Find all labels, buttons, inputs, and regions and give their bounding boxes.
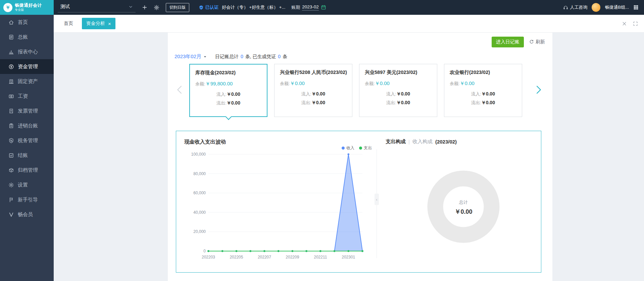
member-icon bbox=[8, 212, 14, 217]
closing-icon bbox=[8, 153, 14, 158]
username[interactable]: 畅捷通B组... bbox=[605, 4, 629, 10]
account-balance: 余额:￥99,800.00 bbox=[195, 81, 261, 87]
outflow-label: 流出: bbox=[301, 100, 311, 105]
ledger-icon bbox=[8, 34, 14, 40]
sidebar-item-invoice[interactable]: 发票管理 bbox=[0, 104, 54, 118]
outflow-value: ￥0.00 bbox=[311, 100, 325, 105]
svg-text:202207: 202207 bbox=[258, 255, 271, 259]
certified-badge[interactable]: 已认证 bbox=[199, 4, 218, 10]
guide-icon bbox=[8, 197, 14, 203]
calendar-icon[interactable] bbox=[321, 5, 326, 10]
account-set-value: 测试 bbox=[60, 4, 70, 10]
topbar-right: 人工咨询 畅捷通B组... bbox=[563, 3, 644, 12]
tab-fund-analysis[interactable]: 资金分析 × bbox=[82, 18, 115, 29]
refresh-label: 刷新 bbox=[536, 39, 545, 45]
expense-dot-icon bbox=[359, 147, 362, 150]
journal-total-count: 0 bbox=[240, 54, 244, 59]
sidebar-item-label: 设置 bbox=[18, 182, 28, 188]
logo-text: 畅捷通好会计 专业版 bbox=[15, 3, 42, 11]
income-composition-tab[interactable]: 收入构成 bbox=[412, 138, 433, 145]
avatar[interactable] bbox=[592, 3, 600, 12]
shield-check-icon bbox=[199, 5, 204, 10]
fullscreen-icon[interactable] bbox=[633, 21, 638, 26]
sidebar-item-settings[interactable]: 设置 bbox=[0, 177, 54, 192]
enter-journal-button[interactable]: 进入日记账 bbox=[492, 37, 524, 47]
sidebar-item-label: 首页 bbox=[18, 19, 28, 26]
income-dot-icon bbox=[342, 147, 345, 150]
outflow-label: 流出: bbox=[386, 100, 396, 105]
inflow-value: ￥0.00 bbox=[227, 91, 240, 97]
account-outflow: 流出:￥0.00 bbox=[195, 100, 261, 106]
month-selector[interactable]: 2023年02月 bbox=[175, 53, 207, 60]
journal-total-label: 日记账总计 bbox=[215, 54, 239, 59]
sidebar-item-member[interactable]: 畅会员 bbox=[0, 207, 54, 222]
fund-analysis-panel: 进入日记账 刷新 2023年02月 日记账总计 0 条, 已生成凭证 0 条 库… bbox=[168, 33, 552, 281]
sidebar-item-label: 工资 bbox=[18, 93, 28, 99]
invoice-icon bbox=[8, 108, 14, 114]
legend-income-label: 收入 bbox=[346, 145, 354, 151]
svg-text:100,000: 100,000 bbox=[191, 152, 206, 157]
accounting-period[interactable]: 账期 2023-02 bbox=[291, 4, 326, 10]
apps-grid-icon[interactable] bbox=[633, 5, 639, 10]
account-set-select[interactable]: 测试 bbox=[58, 2, 136, 12]
refresh-icon bbox=[529, 40, 534, 44]
period-value[interactable]: 2023-02 bbox=[302, 4, 319, 10]
switch-version-button[interactable]: 切到日版 bbox=[166, 3, 189, 12]
tax-icon bbox=[8, 138, 14, 144]
legend-expense[interactable]: 支出 bbox=[359, 145, 372, 151]
sidebar-item-ledger[interactable]: 总账 bbox=[0, 30, 54, 44]
chevron-down-icon bbox=[129, 5, 133, 9]
expense-composition-tab[interactable]: 支出构成 bbox=[386, 138, 406, 145]
refresh-button[interactable]: 刷新 bbox=[529, 39, 545, 45]
package-info: 好会计（专） +好生意（标） +... bbox=[222, 4, 285, 10]
account-card[interactable]: 兴业银行5208 人民币(2023/02) 余额:￥0.00 流入:￥0.00 … bbox=[274, 64, 352, 117]
balance-label: 余额: bbox=[195, 81, 205, 86]
sidebar-item-label: 结账 bbox=[18, 152, 28, 159]
support-link[interactable]: 人工咨询 bbox=[563, 4, 587, 10]
svg-text:80,000: 80,000 bbox=[193, 171, 206, 176]
app-logo[interactable]: ￥ 畅捷通好会计 专业版 bbox=[0, 0, 54, 15]
balance-value: ￥0.00 bbox=[290, 80, 305, 86]
carousel-next-icon[interactable] bbox=[534, 83, 544, 96]
sidebar-item-inventory[interactable]: 进销台账 bbox=[0, 118, 54, 133]
sidebar-item-closing[interactable]: 结账 bbox=[0, 148, 54, 163]
balance-label: 余额: bbox=[365, 81, 375, 86]
flow-chart-section: 现金收入支出波动 收入 支出 100,00080,00060,00040,000… bbox=[176, 131, 377, 272]
svg-text:202205: 202205 bbox=[230, 255, 243, 259]
gear-icon[interactable] bbox=[154, 5, 159, 10]
account-outflow: 流出:￥0.00 bbox=[365, 100, 432, 106]
sidebar-item-tax[interactable]: 税务管理 bbox=[0, 133, 54, 148]
account-outflow: 流出:￥0.00 bbox=[280, 100, 347, 106]
sidebar-item-label: 总账 bbox=[18, 34, 28, 40]
donut-chart: 总计 ￥0.00 bbox=[427, 170, 500, 244]
close-tabs-icon[interactable] bbox=[622, 21, 627, 26]
sidebar-item-fund[interactable]: 资金管理 bbox=[0, 59, 54, 74]
carousel-prev-icon[interactable] bbox=[175, 83, 185, 96]
legend-income[interactable]: 收入 bbox=[342, 145, 354, 151]
certified-label: 已认证 bbox=[205, 4, 218, 10]
sidebar-item-label: 税务管理 bbox=[18, 137, 38, 144]
tab-bar: 首页 资金分析 × bbox=[54, 15, 644, 33]
account-card[interactable]: 库存现金(2023/02) 余额:￥99,800.00 流入:￥0.00 流出:… bbox=[189, 64, 267, 117]
add-account-set-icon[interactable] bbox=[142, 5, 147, 10]
svg-text:202211: 202211 bbox=[314, 255, 327, 259]
sidebar-item-asset[interactable]: 固定资产 bbox=[0, 74, 54, 89]
account-name: 库存现金(2023/02) bbox=[195, 70, 261, 76]
sidebar-item-salary[interactable]: 工资 bbox=[0, 89, 54, 104]
sidebar-item-guide[interactable]: 新手引导 bbox=[0, 192, 54, 207]
sidebar-item-home[interactable]: 首页 bbox=[0, 15, 54, 30]
composition-section: 支出构成 | 收入构成 (2023/02) 总计 ￥0.00 bbox=[377, 131, 541, 272]
report-icon bbox=[8, 49, 14, 55]
outflow-value: ￥0.00 bbox=[396, 100, 410, 105]
account-cards: 库存现金(2023/02) 余额:￥99,800.00 流入:￥0.00 流出:… bbox=[189, 64, 552, 117]
account-carousel: 库存现金(2023/02) 余额:￥99,800.00 流入:￥0.00 流出:… bbox=[168, 64, 552, 122]
outflow-label: 流出: bbox=[216, 101, 227, 106]
account-card[interactable]: 农业银行(2023/02) 余额:￥0.00 流入:￥0.00 流出:￥0.00 bbox=[444, 64, 522, 117]
account-card[interactable]: 兴业5897 美元(2023/02) 余额:￥0.00 流入:￥0.00 流出:… bbox=[359, 64, 437, 117]
inflow-value: ￥0.00 bbox=[396, 91, 410, 96]
tab-close-icon[interactable]: × bbox=[108, 21, 111, 26]
sidebar-item-report[interactable]: 报表中心 bbox=[0, 44, 54, 59]
home-icon bbox=[8, 19, 14, 25]
sidebar-item-archive[interactable]: 归档管理 bbox=[0, 163, 54, 177]
tab-home[interactable]: 首页 bbox=[64, 21, 73, 27]
